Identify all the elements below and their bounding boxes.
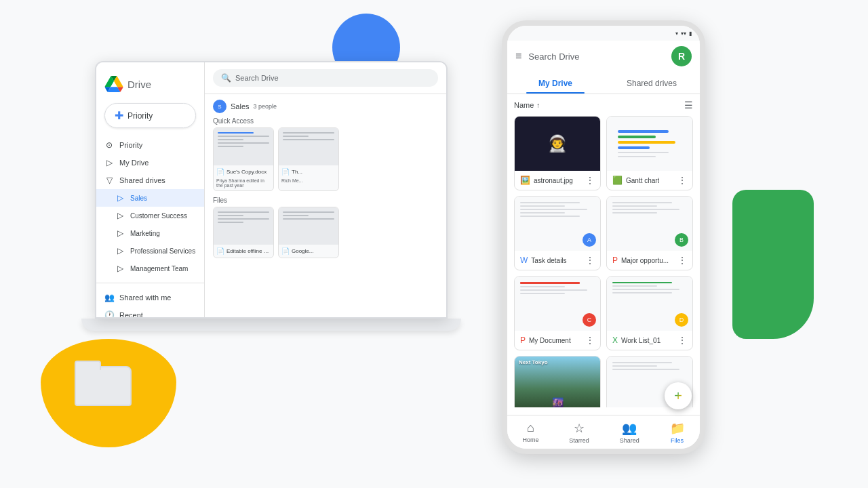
prof-services-icon: ▷ bbox=[115, 246, 125, 256]
more-options-major[interactable]: ⋮ bbox=[677, 255, 687, 266]
file-card-editable[interactable]: 📄 Editable offline docu... bbox=[213, 207, 274, 258]
fab-add-button[interactable]: + bbox=[665, 382, 692, 409]
sidebar-item-priority[interactable]: ⊙ Priority bbox=[96, 136, 204, 154]
search-input-wrapper[interactable]: 🔍 Search Drive bbox=[213, 69, 438, 87]
ppt-line bbox=[520, 282, 580, 284]
tab-shared-drives[interactable]: Shared drives bbox=[604, 72, 700, 94]
shared-nav-icon: 👥 bbox=[622, 421, 637, 436]
quick-access-label: Quick Access bbox=[213, 117, 438, 125]
tab-my-drive[interactable]: My Drive bbox=[507, 72, 604, 94]
major-line-4 bbox=[612, 212, 657, 214]
more-options-astronaut[interactable]: ⋮ bbox=[585, 175, 595, 186]
phone-tabs: My Drive Shared drives bbox=[507, 72, 700, 94]
doc-icon: 📄 bbox=[216, 168, 224, 176]
file-meta-sues: Priya Sharma edited in the past year bbox=[214, 178, 273, 190]
file-card-preview-2 bbox=[279, 128, 338, 165]
section-name: Sales bbox=[231, 102, 250, 110]
gantt-line-2 bbox=[618, 156, 656, 157]
gantt-bar-4 bbox=[618, 146, 650, 149]
file-name-sues: Sue's Copy.docx bbox=[226, 169, 267, 175]
files-nav-icon: 📁 bbox=[670, 421, 685, 436]
sidebar-item-my-drive[interactable]: ▷ My Drive bbox=[96, 154, 204, 171]
file-item-city[interactable]: 🌆 Next Tokyo 🖼️ Next Tokyo... ⋮ bbox=[514, 356, 601, 407]
sidebar-label-prof-services: Professional Services bbox=[130, 247, 195, 255]
file-item-astronaut[interactable]: 👨‍🚀 🖼️ astronaut.jpg ⋮ bbox=[514, 116, 601, 190]
phone-drive-content: ≡ Search Drive R My Drive Shared drives bbox=[507, 41, 700, 415]
file-name-second: Th... bbox=[292, 169, 302, 175]
file-card-second[interactable]: 📄 Th... Rich Me... bbox=[278, 127, 339, 191]
gantt-bar-3 bbox=[618, 141, 675, 144]
ppt-line-3 bbox=[520, 289, 587, 291]
thumbnail-astronaut: 👨‍🚀 bbox=[515, 117, 600, 171]
file-info-left-my-doc: P My Document bbox=[520, 336, 571, 345]
editable-icon: 📄 bbox=[216, 247, 224, 255]
shared-nav-label: Shared bbox=[620, 437, 639, 444]
sidebar-label-shared-drives: Shared drives bbox=[119, 176, 165, 184]
more-options-task[interactable]: ⋮ bbox=[585, 255, 595, 266]
file-info-left-task: W Task details bbox=[520, 256, 567, 265]
mgmt-team-icon: ▷ bbox=[115, 264, 125, 273]
sidebar-item-shared-with-me[interactable]: 👥 Shared with me bbox=[96, 289, 204, 306]
preview-line bbox=[218, 222, 243, 223]
sidebar-item-recent[interactable]: 🕐 Recent bbox=[96, 306, 204, 319]
file-item-major-opportu[interactable]: B P Major opportu... ⋮ bbox=[606, 196, 693, 270]
user-avatar[interactable]: R bbox=[671, 46, 692, 66]
sidebar-item-marketing[interactable]: ▷ Marketing bbox=[96, 224, 204, 242]
sidebar-label-sales: Sales bbox=[130, 195, 147, 202]
sidebar-item-professional-services[interactable]: ▷ Professional Services bbox=[96, 242, 204, 260]
doc-line-3 bbox=[520, 209, 587, 210]
hamburger-icon[interactable]: ≡ bbox=[515, 50, 521, 62]
sidebar-item-shared-drives[interactable]: ▽ Shared drives bbox=[96, 171, 204, 189]
sidebar-item-management-team[interactable]: ▷ Management Team bbox=[96, 260, 204, 277]
nav-item-shared[interactable]: 👥 Shared bbox=[614, 418, 645, 447]
preview-line bbox=[218, 146, 243, 147]
preview-line bbox=[283, 136, 309, 137]
sidebar-label-customer-success: Customer Success bbox=[130, 212, 187, 220]
gantt-bar-1 bbox=[618, 130, 669, 133]
file-item-my-document[interactable]: C P My Document ⋮ bbox=[514, 276, 601, 350]
sidebar-item-customer-success[interactable]: ▷ Customer Success bbox=[96, 207, 204, 224]
preview-line bbox=[218, 215, 243, 216]
google-name: Google... bbox=[292, 248, 313, 254]
doc-line bbox=[520, 202, 580, 203]
preview-line bbox=[218, 136, 269, 137]
drive-sidebar: Drive ✚ Priority ⊙ Priority ▷ My Drive ▽… bbox=[96, 62, 205, 317]
file-item-work-list[interactable]: D X Work List_01 ⋮ bbox=[606, 276, 693, 350]
nav-item-files[interactable]: 📁 Files bbox=[665, 418, 690, 447]
more-options-work-list[interactable]: ⋮ bbox=[677, 335, 687, 346]
list-view-icon[interactable]: ☰ bbox=[684, 100, 693, 110]
more-options-my-doc[interactable]: ⋮ bbox=[585, 335, 595, 346]
doc-line-4 bbox=[520, 212, 565, 214]
sales-icon: ▷ bbox=[115, 193, 125, 203]
drive-logo-icon bbox=[104, 76, 123, 92]
sidebar-item-sales[interactable]: ▷ Sales bbox=[96, 189, 204, 207]
preview-line bbox=[283, 215, 309, 216]
image-icon: 🖼️ bbox=[520, 176, 530, 185]
more-options-gantt[interactable]: ⋮ bbox=[677, 175, 687, 186]
nav-item-home[interactable]: ⌂ Home bbox=[517, 418, 544, 446]
file-card-google[interactable]: 📄 Google... bbox=[278, 207, 339, 258]
thumbnail-work-list: D bbox=[607, 277, 692, 331]
file-card-sues-copy[interactable]: 📄 Sue's Copy.docx Priya Sharma edited in… bbox=[213, 127, 274, 191]
new-button-label: Priority bbox=[127, 111, 153, 121]
drive-logo: Drive bbox=[96, 70, 204, 100]
sort-label: Name bbox=[514, 101, 534, 109]
excel-line-2 bbox=[612, 285, 657, 287]
file-info-major: P Major opportu... ⋮ bbox=[607, 251, 692, 270]
new-button[interactable]: ✚ Priority bbox=[104, 103, 196, 128]
file-info-google: 📄 Google... bbox=[279, 245, 338, 258]
gantt-name: Gantt chart bbox=[626, 177, 659, 184]
major-name: Major opportu... bbox=[621, 257, 669, 264]
file-info-left-major: P Major opportu... bbox=[612, 256, 669, 265]
phone-body: ▾ ▾▾ ▮ ≡ Search Drive R My Drive Shared … bbox=[502, 20, 705, 454]
phone-search-input[interactable]: Search Drive bbox=[528, 52, 665, 62]
file-info-task: W Task details ⋮ bbox=[515, 251, 600, 270]
phone-search-bar: ≡ Search Drive R bbox=[507, 41, 700, 72]
signal-icon: ▾ bbox=[675, 30, 678, 37]
preview-line bbox=[218, 132, 254, 134]
nav-item-starred[interactable]: ☆ Starred bbox=[564, 418, 595, 447]
file-item-task-details[interactable]: A W Task details ⋮ bbox=[514, 196, 601, 270]
sort-control[interactable]: Name ↑ bbox=[514, 101, 540, 109]
file-card-info: 📄 Sue's Copy.docx bbox=[214, 165, 273, 178]
file-item-gantt[interactable]: 🟩 Gantt chart ⋮ bbox=[606, 116, 693, 190]
